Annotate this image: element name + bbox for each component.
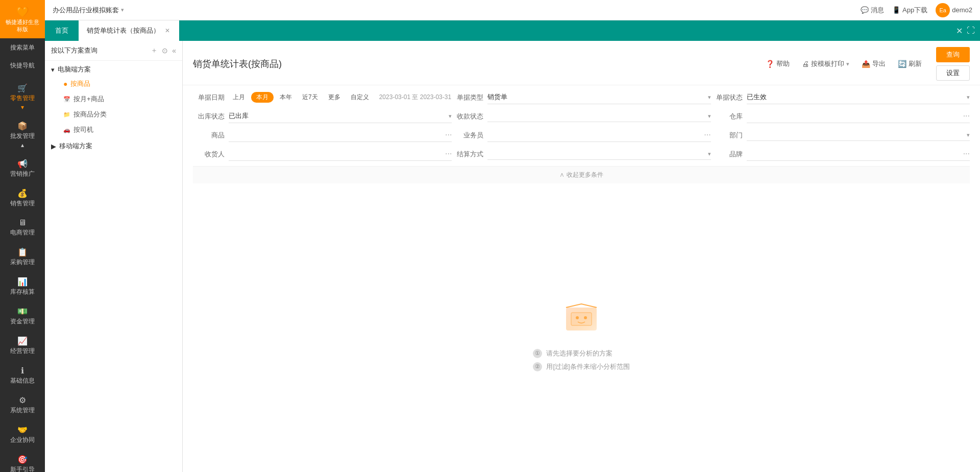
sidebar-item-inventory[interactable]: 📊 库存核算 bbox=[0, 272, 45, 301]
message-btn[interactable]: 💬 消息 bbox=[861, 6, 884, 15]
chevron-icon: ▴ bbox=[21, 141, 24, 149]
dept-value[interactable]: ▾ bbox=[747, 130, 970, 141]
date-this-month[interactable]: 本月 bbox=[251, 92, 274, 103]
close-window-icon[interactable]: ✕ bbox=[956, 26, 963, 36]
sidebar-item-label: 企业协同 bbox=[10, 436, 35, 444]
sidebar-item-system[interactable]: ⚙ 系统管理 bbox=[0, 390, 45, 420]
settings-scheme-btn[interactable]: ⊙ bbox=[162, 46, 168, 55]
sidebar-item-label: 系统管理 bbox=[10, 406, 35, 415]
receipt-status-field-group: 收款状态 ▾ bbox=[452, 111, 710, 122]
help-btn[interactable]: ❓ 帮助 bbox=[762, 57, 794, 70]
brand-label: 品牌 bbox=[711, 150, 747, 159]
empty-tips: ① 请先选择要分析的方案 ② 用[过滤]条件来缩小分析范围 bbox=[533, 349, 629, 371]
sidebar-item-finance[interactable]: 💵 资金管理 bbox=[0, 301, 45, 331]
purchase-icon: 📋 bbox=[17, 247, 28, 257]
out-status-value[interactable]: 已出库 ▾ bbox=[229, 109, 452, 123]
out-status-text: 已出库 bbox=[229, 111, 249, 121]
receipt-status-label: 收款状态 bbox=[452, 112, 487, 121]
payment-label: 结算方式 bbox=[452, 150, 487, 159]
close-tab-icon[interactable]: ✕ bbox=[164, 26, 171, 35]
filter-area: 单据日期 上月 本月 本年 近7天 更多 自定义 2023-03-01 至 20… bbox=[183, 85, 980, 188]
tabbar: 首页 销货单统计表（按商品） ✕ ✕ ⛶ bbox=[45, 20, 980, 41]
sidebar-item-purchase[interactable]: 📋 采购管理 bbox=[0, 242, 45, 272]
date-custom[interactable]: 自定义 bbox=[347, 92, 373, 103]
mobile-scheme-group[interactable]: ▶ 移动端方案 bbox=[45, 137, 182, 153]
desktop-scheme-children: ● 按商品 📅 按月+商品 📁 按商品分类 🚗 按司机 bbox=[45, 76, 182, 137]
tab-sales-report-label: 销货单统计表（按商品） bbox=[87, 26, 160, 35]
date-more[interactable]: 更多 bbox=[324, 92, 345, 103]
category-icon: 📁 bbox=[63, 111, 70, 118]
sidebar-item-label: 电商管理 bbox=[10, 228, 35, 237]
export-btn[interactable]: 📤 导出 bbox=[857, 57, 890, 70]
tab-home[interactable]: 首页 bbox=[45, 20, 79, 41]
print-icon: 🖨 bbox=[802, 60, 809, 68]
doc-status-label: 单据状态 bbox=[711, 93, 747, 102]
doc-type-text: 销货单 bbox=[487, 92, 507, 102]
scheme-by-product-label: 按商品 bbox=[70, 79, 90, 88]
user-avatar-btn[interactable]: Ea demo2 bbox=[936, 3, 972, 17]
date-last-month[interactable]: 上月 bbox=[229, 92, 249, 103]
sidebar-item-wholesale[interactable]: 📦 批发管理 ▴ bbox=[0, 116, 45, 154]
quick-nav-label: 快捷导航 bbox=[10, 62, 35, 69]
brand-value[interactable]: ··· bbox=[747, 147, 970, 161]
doc-status-value[interactable]: 已生效 ▾ bbox=[747, 90, 970, 104]
avatar: Ea bbox=[936, 3, 950, 17]
user-name: demo2 bbox=[952, 6, 972, 14]
guide-icon: 🎯 bbox=[17, 455, 28, 464]
collapse-label: ∧ 收起更多条件 bbox=[559, 171, 603, 178]
tab-sales-report[interactable]: 销货单统计表（按商品） ✕ bbox=[79, 20, 179, 41]
sidebar-item-ecommerce[interactable]: 🖥 电商管理 bbox=[0, 213, 45, 242]
scheme-by-product[interactable]: ● 按商品 bbox=[57, 76, 182, 91]
sidebar-item-label: 批发管理 bbox=[10, 132, 35, 140]
doc-type-value[interactable]: 销货单 ▾ bbox=[487, 90, 710, 104]
print-dropdown-icon: ▾ bbox=[846, 61, 849, 67]
scheme-by-category[interactable]: 📁 按商品分类 bbox=[57, 107, 182, 122]
export-label: 导出 bbox=[872, 59, 886, 68]
date-7days[interactable]: 近7天 bbox=[298, 92, 322, 103]
app-download-btn[interactable]: 📱 App下载 bbox=[892, 6, 927, 15]
data-area: ① 请先选择要分析的方案 ② 用[过滤]条件来缩小分析范围 bbox=[183, 188, 980, 472]
sidebar-item-operation[interactable]: 📈 经营管理 bbox=[0, 331, 45, 361]
sidebar-item-label: 采购管理 bbox=[10, 258, 35, 267]
quick-nav[interactable]: 快捷导航 bbox=[0, 57, 45, 74]
empty-illustration bbox=[556, 290, 607, 341]
page-actions: ❓ 帮助 🖨 按模板打印 ▾ 📤 导出 🔄 刷新 bbox=[762, 47, 970, 81]
sidebar-item-sales[interactable]: 💰 销售管理 bbox=[0, 183, 45, 213]
tab-bar-controls: ✕ ⛶ bbox=[956, 26, 980, 36]
sidebar-item-guide[interactable]: 🎯 新手引导 bbox=[0, 450, 45, 472]
industry-dropdown[interactable]: 办公用品行业模拟账套 ▾ bbox=[53, 6, 124, 15]
app-logo[interactable]: 🧡 畅捷通好生意 标版 bbox=[0, 0, 45, 38]
date-this-year[interactable]: 本年 bbox=[276, 92, 296, 103]
export-icon: 📤 bbox=[862, 60, 870, 68]
settings-btn[interactable]: 设置 bbox=[936, 65, 970, 81]
content: 按以下方案查询 ＋ ⊙ « ▾ 电脑端方案 ● 按商品 📅 按月 bbox=[45, 41, 980, 472]
goods-label: 商品 bbox=[193, 131, 229, 140]
receiver-value[interactable]: ··· bbox=[229, 147, 452, 161]
doc-type-field-group: 单据类型 销货单 ▾ bbox=[452, 90, 710, 104]
payment-value[interactable]: ▾ bbox=[487, 149, 710, 160]
tab-home-label: 首页 bbox=[55, 26, 68, 35]
query-btn[interactable]: 查询 bbox=[936, 47, 970, 62]
desktop-scheme-group[interactable]: ▾ 电脑端方案 bbox=[45, 61, 182, 76]
print-btn[interactable]: 🖨 按模板打印 ▾ bbox=[798, 57, 853, 70]
logo-icon: 🧡 bbox=[3, 5, 42, 18]
warehouse-value[interactable]: ··· bbox=[747, 109, 970, 123]
sidebar-item-retail[interactable]: 🛒 零售管理 ▾ bbox=[0, 78, 45, 116]
goods-value[interactable]: ··· bbox=[229, 128, 452, 142]
scheme-by-driver[interactable]: 🚗 按司机 bbox=[57, 122, 182, 137]
refresh-btn[interactable]: 🔄 刷新 bbox=[894, 57, 926, 70]
inventory-icon: 📊 bbox=[17, 277, 28, 287]
sidebar-item-basic[interactable]: ℹ 基础信息 bbox=[0, 361, 45, 390]
add-scheme-btn[interactable]: ＋ bbox=[151, 46, 158, 55]
search-menu[interactable]: 搜索菜单 bbox=[0, 38, 45, 57]
collapse-bar[interactable]: ∧ 收起更多条件 bbox=[193, 166, 970, 183]
salesperson-value[interactable]: ··· bbox=[487, 128, 710, 142]
maximize-icon[interactable]: ⛶ bbox=[967, 26, 975, 35]
collapse-panel-btn[interactable]: « bbox=[172, 46, 176, 55]
receipt-status-value[interactable]: ▾ bbox=[487, 111, 710, 122]
avatar-text: Ea bbox=[940, 7, 946, 13]
scheme-by-month-product[interactable]: 📅 按月+商品 bbox=[57, 91, 182, 107]
sidebar-item-label: 销售管理 bbox=[10, 199, 35, 208]
sidebar-item-enterprise[interactable]: 🤝 企业协同 bbox=[0, 420, 45, 450]
sidebar-item-marketing[interactable]: 📢 营销推广 bbox=[0, 154, 45, 183]
